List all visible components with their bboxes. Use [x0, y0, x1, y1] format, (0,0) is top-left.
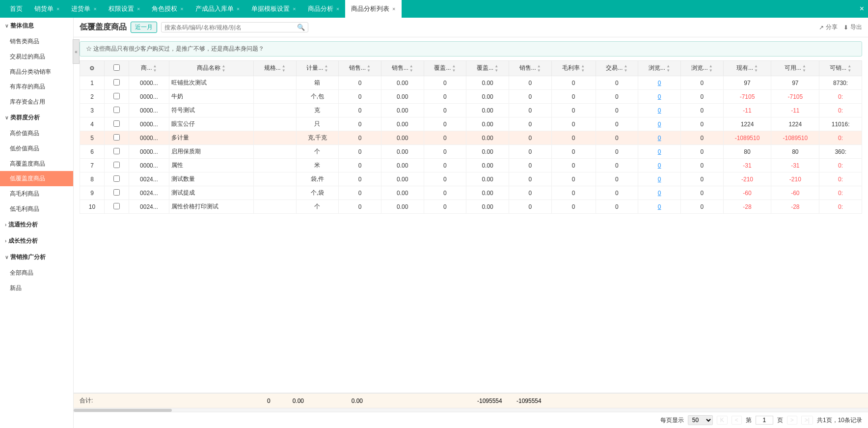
coverage2-col-header[interactable]: 覆盖...▲▼ [466, 61, 509, 76]
sidebar-item-low-margin[interactable]: 低毛利商品 [0, 201, 73, 217]
select-all-checkbox[interactable] [113, 64, 120, 71]
sidebar-item-high-value[interactable]: 高价值商品 [0, 126, 73, 141]
row-browse1[interactable]: 0 [638, 131, 681, 145]
nav-item-template[interactable]: 单据模板设置 × [245, 0, 301, 18]
row-select-checkbox[interactable] [113, 120, 120, 127]
spec-col-header[interactable]: 规格...▲▼ [253, 61, 296, 76]
row-checkbox[interactable] [105, 172, 129, 186]
sales-amt-col-header[interactable]: 销售...▲▼ [381, 61, 424, 76]
row-checkbox[interactable] [105, 131, 129, 145]
sidebar-item-capital[interactable]: 库存资金占用 [0, 94, 73, 110]
sidebar-item-stocked-goods[interactable]: 有库存的商品 [0, 79, 73, 94]
row-browse1[interactable]: 0 [638, 117, 681, 131]
row-checkbox[interactable] [105, 104, 129, 117]
row-checkbox[interactable] [105, 145, 129, 159]
row-coverage1: 0 [424, 76, 466, 90]
sidebar-section-group[interactable]: ∨ 类群度分析 [0, 110, 73, 126]
next-page-button[interactable]: > [787, 416, 797, 425]
export-button[interactable]: ⬇ 导出 [843, 23, 862, 31]
row-select-checkbox[interactable] [113, 148, 120, 154]
sidebar-item-all-goods[interactable]: 全部商品 [0, 265, 73, 281]
nav-item-product-entry[interactable]: 产成品入库单 × [190, 0, 245, 18]
search-icon[interactable]: 🔍 [297, 24, 305, 31]
search-input[interactable] [164, 24, 297, 31]
sidebar-section-growth[interactable]: › 成长性分析 [0, 233, 73, 249]
sidebar-section-marketing[interactable]: ∨ 营销推广分析 [0, 249, 73, 265]
nav-item-sales[interactable]: 销货单 × [28, 0, 65, 18]
nav-item-role[interactable]: 角色授权 × [146, 0, 189, 18]
close-sales-icon[interactable]: × [56, 6, 59, 12]
per-page-select[interactable]: 50 10 20 100 [688, 415, 713, 425]
row-select-checkbox[interactable] [113, 175, 120, 182]
nav-item-purchase[interactable]: 进货单 × [65, 0, 102, 18]
row-checkbox[interactable] [105, 159, 129, 172]
close-analysis-icon[interactable]: × [336, 6, 339, 12]
row-checkbox[interactable] [105, 90, 129, 104]
share-button[interactable]: ↗ 分享 [819, 23, 838, 31]
prev-page-button[interactable]: < [732, 416, 742, 425]
row-checkbox[interactable] [105, 76, 129, 90]
row-select-checkbox[interactable] [113, 134, 120, 141]
row-select-checkbox[interactable] [113, 162, 120, 168]
row-select-checkbox[interactable] [113, 107, 120, 113]
horizontal-scrollbar[interactable] [74, 408, 868, 412]
sidebar-item-new-goods[interactable]: 新品 [0, 281, 73, 296]
close-permissions-icon[interactable]: × [137, 6, 140, 12]
close-role-icon[interactable]: × [180, 6, 183, 12]
row-checkbox[interactable] [105, 186, 129, 200]
close-all-tabs-button[interactable]: × [860, 4, 864, 13]
unit-col-header[interactable]: 计量...▲▼ [296, 61, 339, 76]
sidebar-section-liquidity[interactable]: › 流通性分析 [0, 217, 73, 233]
nav-item-home[interactable]: 首页 [4, 0, 28, 18]
sales-qty-col-header[interactable]: 销售...▲▼ [339, 61, 381, 76]
available-col-header[interactable]: 可用...▲▼ [771, 61, 819, 76]
nav-item-analysis[interactable]: 商品分析 × [302, 0, 345, 18]
browse1-col-header[interactable]: 浏览...▲▼ [638, 61, 681, 76]
row-checkbox[interactable] [105, 117, 129, 131]
margin-col-header[interactable]: 毛利率▲▼ [551, 61, 596, 76]
row-browse1[interactable]: 0 [638, 200, 681, 214]
sidebar-item-low-value[interactable]: 低价值商品 [0, 141, 73, 156]
coverage1-col-header[interactable]: 覆盖...▲▼ [424, 61, 466, 76]
last-page-button[interactable]: >| [801, 416, 813, 425]
row-browse1[interactable]: 0 [638, 186, 681, 200]
sidebar-section-overview[interactable]: ∨ 整体信息 [0, 18, 73, 34]
row-browse1[interactable]: 0 [638, 145, 681, 159]
table-container[interactable]: ⚙ 商...▲▼ 商品名称▲▼ 规格...▲▼ 计量...▲▼ 销售...▲▼ … [80, 60, 862, 393]
row-select-checkbox[interactable] [113, 203, 120, 209]
sidebar-collapse-button[interactable]: « [73, 39, 80, 64]
row-browse1[interactable]: 0 [638, 76, 681, 90]
sales-days-col-header[interactable]: 销售...▲▼ [509, 61, 551, 76]
sidebar-item-traded-goods[interactable]: 交易过的商品 [0, 49, 73, 64]
first-page-button[interactable]: K [717, 416, 728, 425]
sidebar-item-category-rate[interactable]: 商品分类动销率 [0, 64, 73, 80]
name-col-header[interactable]: 商品名称▲▼ [169, 61, 253, 76]
settings-col-header[interactable]: ⚙ [80, 61, 105, 76]
row-checkbox[interactable] [105, 200, 129, 214]
sidebar-item-high-margin[interactable]: 高毛利商品 [0, 186, 73, 201]
check-col-header[interactable] [105, 61, 129, 76]
row-select-checkbox[interactable] [113, 79, 120, 86]
code-col-header[interactable]: 商...▲▼ [129, 61, 169, 76]
row-select-checkbox[interactable] [113, 189, 120, 196]
sidebar-item-high-coverage[interactable]: 高覆盖度商品 [0, 156, 73, 171]
period-button[interactable]: 近一月 [131, 22, 157, 33]
current-stock-col-header[interactable]: 现有...▲▼ [723, 61, 771, 76]
close-analysis-list-icon[interactable]: × [392, 6, 395, 12]
close-product-entry-icon[interactable]: × [237, 6, 240, 12]
row-browse1[interactable]: 0 [638, 172, 681, 186]
page-input[interactable] [756, 416, 773, 425]
browse2-col-header[interactable]: 浏览...▲▼ [680, 61, 723, 76]
row-browse1[interactable]: 0 [638, 90, 681, 104]
saleable-col-header[interactable]: 可销...▲▼ [819, 61, 862, 76]
sidebar-item-sales-goods[interactable]: 销售类商品 [0, 34, 73, 49]
row-browse1[interactable]: 0 [638, 104, 681, 117]
close-purchase-icon[interactable]: × [93, 6, 96, 12]
row-browse1[interactable]: 0 [638, 159, 681, 172]
sidebar-item-low-coverage[interactable]: 低覆盖度商品 [0, 171, 73, 186]
nav-item-analysis-list[interactable]: 商品分析列表 × [345, 0, 401, 18]
nav-item-permissions[interactable]: 权限设置 × [103, 0, 146, 18]
trade-col-header[interactable]: 交易...▲▼ [596, 61, 638, 76]
row-select-checkbox[interactable] [113, 93, 120, 99]
close-template-icon[interactable]: × [293, 6, 296, 12]
